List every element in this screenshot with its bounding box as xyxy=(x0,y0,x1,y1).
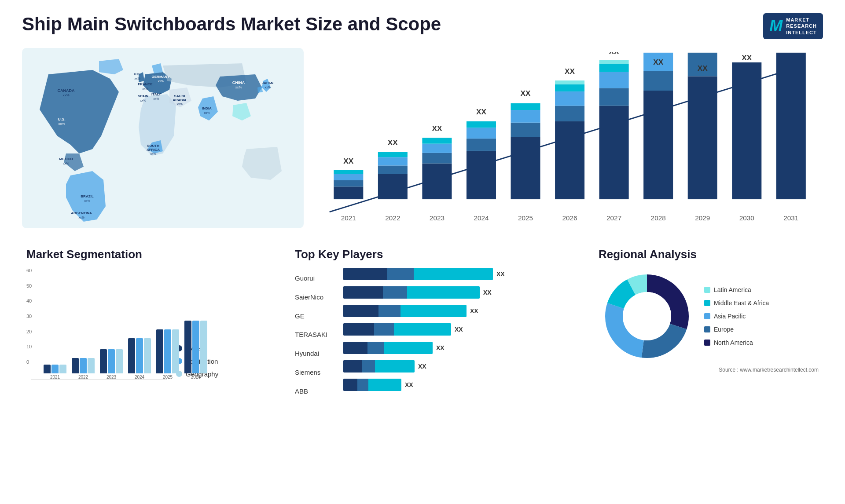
svg-rect-41 xyxy=(378,174,408,199)
svg-text:XX: XX xyxy=(653,58,663,66)
svg-text:XX: XX xyxy=(343,157,353,165)
segmentation-title: Market Segmentation xyxy=(26,248,273,261)
players-content: Guorui SaierNico GE TERASAKI Hyundai Sie… xyxy=(295,268,577,397)
svg-text:XX: XX xyxy=(432,124,442,133)
svg-text:SPAIN: SPAIN xyxy=(138,94,148,98)
svg-rect-37 xyxy=(334,174,363,180)
svg-rect-68 xyxy=(555,84,584,91)
world-map-svg: CANADA xx% U.S. xx% MEXICO xx% BRAZIL xx… xyxy=(22,48,304,228)
donut-container: Latin America Middle East & Africa Asia … xyxy=(599,268,819,365)
svg-text:2028: 2028 xyxy=(651,214,666,222)
page-wrapper: Ship Main Switchboards Market Size and S… xyxy=(0,0,845,504)
svg-rect-61 xyxy=(511,110,540,123)
donut-legend: Latin America Middle East & Africa Asia … xyxy=(704,286,769,346)
seg-chart-container: 60 50 40 30 20 10 0 xyxy=(26,268,273,391)
seg-bar-group-2022: 2022 xyxy=(72,358,95,380)
svg-text:SOUTH: SOUTH xyxy=(147,144,159,148)
svg-text:GERMANY: GERMANY xyxy=(152,75,170,79)
players-names-list: Guorui SaierNico GE TERASAKI Hyundai Sie… xyxy=(295,268,334,397)
svg-text:xx%: xx% xyxy=(265,86,270,89)
player-guorui: Guorui xyxy=(295,274,334,282)
svg-text:2029: 2029 xyxy=(695,214,710,222)
svg-rect-60 xyxy=(511,123,540,137)
svg-text:2026: 2026 xyxy=(562,214,577,222)
svg-text:INDIA: INDIA xyxy=(202,106,212,110)
svg-text:U.K.: U.K. xyxy=(134,72,141,76)
player-saiernico: SaierNico xyxy=(295,293,334,301)
logo-letter: M xyxy=(769,17,783,35)
svg-text:ARABIA: ARABIA xyxy=(173,98,186,102)
svg-rect-72 xyxy=(599,106,629,199)
svg-text:U.S.: U.S. xyxy=(58,117,66,121)
svg-text:2030: 2030 xyxy=(739,214,754,222)
players-bars-container: XX XX xyxy=(343,268,577,397)
source-text: Source : www.marketresearchintellect.com xyxy=(599,367,819,373)
logo-box: M MARKET RESEARCH INTELLECT xyxy=(763,13,823,39)
seg-bar-group-2025: 2025 xyxy=(156,329,179,380)
svg-text:BRAZIL: BRAZIL xyxy=(81,194,93,198)
players-section: Top Key Players Guorui SaierNico GE TERA… xyxy=(290,243,581,402)
svg-text:xx%: xx% xyxy=(62,93,69,97)
svg-rect-56 xyxy=(467,121,496,128)
regional-title: Regional Analysis xyxy=(599,248,819,261)
svg-rect-59 xyxy=(511,137,540,199)
svg-rect-43 xyxy=(378,157,408,165)
svg-rect-50 xyxy=(422,138,452,143)
svg-rect-75 xyxy=(599,64,629,72)
seg-chart: 60 50 40 30 20 10 0 xyxy=(26,268,167,391)
svg-rect-85 xyxy=(688,76,717,199)
player-hyundai: Hyundai xyxy=(295,350,334,357)
players-title: Top Key Players xyxy=(295,248,577,261)
player-bar-row-guorui: XX xyxy=(343,268,577,280)
svg-rect-67 xyxy=(555,91,584,106)
svg-rect-92 xyxy=(776,53,806,199)
player-bar-row-saiernico: XX xyxy=(343,286,577,299)
svg-rect-66 xyxy=(555,106,584,121)
svg-text:ITALY: ITALY xyxy=(151,92,161,96)
svg-rect-54 xyxy=(467,139,496,151)
svg-text:JAPAN: JAPAN xyxy=(262,81,274,85)
svg-rect-55 xyxy=(467,128,496,139)
svg-text:xx%: xx% xyxy=(235,85,242,89)
svg-text:2027: 2027 xyxy=(606,214,621,222)
player-bar-row-siemens: XX xyxy=(343,360,577,373)
svg-rect-53 xyxy=(467,151,496,199)
svg-text:2031: 2031 xyxy=(783,214,798,222)
legend-mea: Middle East & Africa xyxy=(704,299,769,307)
svg-rect-38 xyxy=(334,170,363,174)
header: Ship Main Switchboards Market Size and S… xyxy=(22,13,823,39)
svg-text:xx%: xx% xyxy=(84,199,90,202)
svg-text:ARGENTINA: ARGENTINA xyxy=(71,211,92,215)
svg-text:xx%: xx% xyxy=(63,162,69,165)
seg-bar-group-2023: 2023 xyxy=(100,349,123,380)
svg-rect-65 xyxy=(555,121,584,199)
svg-text:xx%: xx% xyxy=(153,97,159,100)
svg-text:XX: XX xyxy=(609,52,619,56)
svg-rect-49 xyxy=(422,144,452,153)
player-terasaki: TERASAKI xyxy=(295,331,334,338)
bottom-grid: Market Segmentation 60 50 40 30 20 10 0 xyxy=(22,243,823,402)
legend-europe: Europe xyxy=(704,326,769,333)
player-bar-row-abb: XX xyxy=(343,379,577,391)
legend-latin-america: Latin America xyxy=(704,286,769,293)
svg-text:xx%: xx% xyxy=(58,122,65,126)
svg-rect-47 xyxy=(422,164,452,199)
svg-text:MEXICO: MEXICO xyxy=(59,157,73,161)
svg-text:SAUDI: SAUDI xyxy=(174,94,185,98)
svg-rect-80 xyxy=(643,91,673,199)
svg-text:XX: XX xyxy=(565,67,575,76)
svg-text:xx%: xx% xyxy=(158,80,163,83)
svg-text:XX: XX xyxy=(742,53,752,62)
player-abb: ABB xyxy=(295,387,334,395)
logo-text: MARKET RESEARCH INTELLECT xyxy=(786,17,817,36)
svg-text:2024: 2024 xyxy=(474,214,489,222)
svg-rect-81 xyxy=(643,71,673,91)
svg-text:CHINA: CHINA xyxy=(232,80,245,85)
svg-text:2022: 2022 xyxy=(385,214,400,222)
svg-rect-35 xyxy=(334,186,363,199)
player-bar-row-hyundai: XX xyxy=(343,342,577,354)
svg-text:AFRICA: AFRICA xyxy=(147,148,160,152)
legend-asia-pacific: Asia Pacific xyxy=(704,313,769,320)
seg-bar-group-2021: 2021 xyxy=(44,365,66,380)
svg-text:xx%: xx% xyxy=(142,87,148,90)
